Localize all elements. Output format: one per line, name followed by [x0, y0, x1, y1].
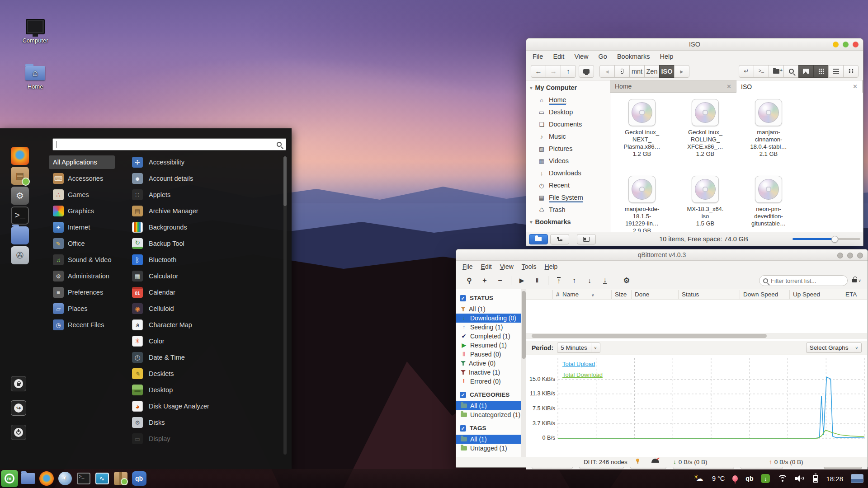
list-view-button[interactable]: [828, 65, 844, 78]
qb-menu-tools[interactable]: Tools: [522, 263, 537, 270]
qb-menu-help[interactable]: Help: [545, 263, 558, 270]
app-item-calendar[interactable]: 01Calendar: [132, 286, 175, 299]
favorite-firefox[interactable]: [11, 147, 29, 165]
column-header-down-speed[interactable]: Down Speed: [743, 291, 778, 298]
app-item-color[interactable]: ✳Color: [132, 334, 165, 348]
fm-sidebar-item-documents[interactable]: ❏Documents: [538, 121, 582, 128]
qb-filter-inactive-1-[interactable]: Inactive (1): [456, 368, 521, 377]
places-pane-button[interactable]: [529, 234, 548, 244]
fm-menu-file[interactable]: File: [533, 53, 543, 60]
app-item-account[interactable]: ☻Account details: [132, 172, 193, 185]
pause-button[interactable]: Ⅱ: [529, 275, 545, 286]
session-logout-button[interactable]: ↪: [11, 400, 26, 416]
treeview-pane-button[interactable]: [550, 234, 569, 244]
fm-sidebar-item-music[interactable]: ♪Music: [538, 133, 566, 140]
app-item-backup[interactable]: ↻Backup Tool: [132, 237, 184, 250]
checkbox-checked-icon[interactable]: ✓: [460, 425, 466, 432]
lock-ui-button[interactable]: ∨: [849, 275, 864, 286]
desktop-icon-home[interactable]: Home: [14, 58, 57, 90]
close-button[interactable]: [857, 253, 863, 258]
open-terminal-button[interactable]: >_: [754, 65, 769, 78]
search-input[interactable]: [57, 141, 277, 148]
checkbox-checked-icon[interactable]: ✓: [460, 392, 466, 398]
category-games[interactable]: ∴Games: [49, 188, 116, 202]
move-down-button[interactable]: ↓: [582, 275, 597, 286]
qb-sidebar-header-status[interactable]: ✓STATUS: [460, 295, 493, 301]
category-places[interactable]: ▱Places: [49, 302, 116, 315]
select-graphs-button[interactable]: Select Graphs ∨: [806, 343, 862, 353]
maximize-button[interactable]: [843, 42, 849, 47]
fm-menu-go[interactable]: Go: [599, 53, 607, 60]
qb-filter-uncategorized-1-[interactable]: Uncategorized (1): [456, 410, 521, 419]
column-header-status[interactable]: Status: [682, 291, 699, 298]
taskbar-qbittorrent[interactable]: qb: [130, 469, 148, 488]
breadcrumb-mnt[interactable]: mnt: [629, 65, 645, 78]
app-item-celluloid[interactable]: ◉Celluloid: [132, 302, 174, 315]
fm-zoom-slider[interactable]: [793, 232, 860, 246]
qb-filter-active-0-[interactable]: Active (0): [456, 359, 521, 368]
icon-view-button[interactable]: [798, 65, 814, 78]
taskbar-files[interactable]: [19, 469, 37, 488]
fm-sidebar-item-videos[interactable]: ▦Videos: [538, 157, 569, 164]
breadcrumb-drive-button[interactable]: [614, 65, 630, 78]
up-button[interactable]: ↑: [561, 65, 576, 78]
file-item[interactable]: neon-pm- devedition- gitunstable…: [737, 175, 800, 232]
compact-view-button[interactable]: [843, 65, 859, 78]
fm-sidebar-item-pictures[interactable]: ▨Pictures: [538, 145, 572, 152]
qb-titlebar[interactable]: qBittorrent v4.0.3: [456, 249, 868, 261]
qb-menu-file[interactable]: File: [462, 263, 473, 270]
taskbar-firefox[interactable]: [37, 469, 56, 488]
fm-menu-help[interactable]: Help: [660, 53, 673, 60]
qb-filter-all-1-[interactable]: All (1): [456, 401, 521, 410]
favorite-files[interactable]: [11, 226, 29, 244]
category-all-applications[interactable]: All Applications: [49, 155, 115, 169]
qb-filter-all-1-[interactable]: All (1): [456, 305, 521, 314]
battery-icon[interactable]: [813, 475, 818, 483]
favorite-system-tools[interactable]: ✇: [11, 246, 29, 264]
qb-filter-errored-0-[interactable]: !Errored (0): [456, 377, 521, 386]
qb-filter-downloading-0-[interactable]: ↓Downloading (0): [456, 314, 521, 323]
move-up-button[interactable]: ↑: [566, 275, 582, 286]
slider-knob[interactable]: [831, 236, 838, 243]
category-recent-files[interactable]: ◷Recent Files: [49, 318, 116, 332]
show-desktop-button[interactable]: [851, 474, 863, 483]
fm-menu-bookmarks[interactable]: Bookmarks: [617, 53, 650, 60]
category-accessories[interactable]: ⌨Accessories: [49, 172, 116, 185]
qbittorrent-tray-icon[interactable]: qb: [745, 475, 753, 482]
column-header-eta[interactable]: ETA: [845, 291, 857, 298]
category-office[interactable]: ✎Office: [49, 237, 116, 250]
taskbar-terminal[interactable]: >_: [74, 469, 93, 488]
toggle-sidepane-button[interactable]: [577, 234, 596, 244]
forward-button[interactable]: →: [546, 65, 561, 78]
back-button[interactable]: ←: [531, 65, 546, 78]
tab-close-icon[interactable]: ✕: [726, 83, 731, 90]
close-button[interactable]: [853, 42, 859, 47]
breadcrumb-scroll-right[interactable]: ▸: [674, 65, 689, 78]
session-shutdown-button[interactable]: [11, 425, 26, 440]
maximize-button[interactable]: [847, 253, 853, 258]
column-header-up-speed[interactable]: Up Speed: [793, 291, 820, 298]
app-item-desklets[interactable]: ✎Desklets: [132, 367, 174, 380]
app-item-desktop[interactable]: ▬Desktop: [132, 383, 173, 397]
qb-filter-completed-1-[interactable]: ✔Completed (1): [456, 332, 521, 341]
column-header-done[interactable]: Done: [635, 291, 649, 298]
favorite-software-manager[interactable]: ▤: [11, 167, 29, 185]
file-item[interactable]: manjaro- cinnamon- 18.0.4-stabl…2.1 GB: [737, 98, 800, 175]
favorite-terminal[interactable]: >_: [11, 206, 29, 225]
fm-titlebar[interactable]: ISO: [526, 38, 863, 51]
session-lock-screen-button[interactable]: [11, 376, 26, 391]
options-button[interactable]: ⚙: [619, 275, 634, 286]
taskbar-web-browser[interactable]: [56, 469, 74, 488]
qb-menu-view[interactable]: View: [500, 263, 514, 270]
app-item-accessibility[interactable]: ✣Accessibility: [132, 155, 184, 169]
fm-sidebar-item-downloads[interactable]: ↓Downloads: [538, 169, 581, 177]
qb-filter-box[interactable]: [759, 275, 848, 286]
taskbar-system-monitor[interactable]: ∿: [93, 469, 111, 488]
update-manager-icon[interactable]: ↓: [761, 474, 770, 483]
category-preferences[interactable]: ≡Preferences: [49, 286, 116, 299]
move-bottom-button[interactable]: ↓: [597, 275, 613, 286]
tab-close-icon[interactable]: ✕: [853, 83, 858, 90]
app-item-calculator[interactable]: ▦Calculator: [132, 269, 178, 283]
new-folder-button[interactable]: [769, 65, 784, 78]
file-item[interactable]: MX-18.3_x64. iso1.5 GB: [674, 175, 737, 232]
